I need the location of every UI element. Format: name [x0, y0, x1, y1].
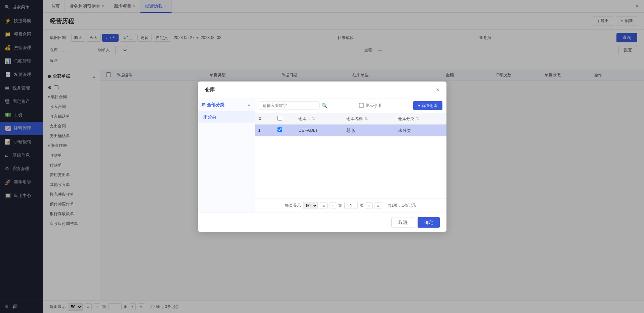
modal-body: ⊞ 全部分类 « 未分类 🔍 显示停用 + 新增仓库 [198, 98, 446, 212]
th-code-label: 仓库... [298, 116, 310, 121]
show-disabled-area: 显示停用 [359, 103, 381, 108]
row-code: DEFAULT [295, 124, 343, 136]
modal-search-area: 🔍 [259, 102, 327, 110]
modal-title: 仓库 [205, 86, 215, 93]
th-category-label: 仓库分类 [398, 116, 414, 121]
modal-header: 仓库 × [198, 81, 446, 98]
th-settings[interactable]: ⚙ [255, 113, 274, 124]
row-name: 总仓 [343, 124, 395, 136]
table-select-all[interactable] [277, 116, 282, 120]
th-checkbox [274, 113, 295, 124]
modal-left-header: ⊞ 全部分类 « [198, 98, 255, 111]
modal-pagination: 每页显示 50 « ‹ 第 页 › » 共1页，1条记录 [255, 198, 446, 212]
modal-search-icon: 🔍 [321, 103, 327, 108]
cancel-button[interactable]: 取消 [391, 217, 414, 228]
th-category[interactable]: 仓库分类 ⇅ [395, 113, 446, 124]
modal-left-all-category[interactable]: ⊞ 全部分类 [202, 102, 224, 108]
confirm-button[interactable]: 确定 [418, 217, 440, 228]
modal-footer: 取消 确定 [198, 212, 446, 232]
sort-name-icon: ⇅ [364, 116, 368, 121]
category-grid-icon: ⊞ [202, 102, 206, 107]
modal-close-button[interactable]: × [436, 86, 440, 93]
modal-prev-page-btn[interactable]: ‹ [330, 202, 336, 209]
modal-next-page-btn[interactable]: › [366, 202, 373, 209]
modal-per-page-label: 每页显示 [285, 203, 301, 208]
warehouse-table-body: 1 DEFAULT 总仓 未分类 [255, 124, 446, 136]
row-select-checkbox[interactable] [277, 127, 282, 132]
warehouse-modal: 仓库 × ⊞ 全部分类 « 未分类 🔍 [198, 81, 446, 232]
modal-first-page-btn[interactable]: « [320, 202, 328, 209]
modal-table-area: ⚙ 仓库... ⇅ 仓库名称 ⇅ [255, 113, 446, 198]
show-disabled-checkbox[interactable] [359, 103, 364, 108]
table-row[interactable]: 1 DEFAULT 总仓 未分类 [255, 124, 446, 136]
modal-left-panel: ⊞ 全部分类 « 未分类 [198, 98, 255, 212]
sort-category-icon: ⇅ [416, 116, 419, 121]
warehouse-table-head: ⚙ 仓库... ⇅ 仓库名称 ⇅ [255, 113, 446, 124]
modal-left-item-weifenlei[interactable]: 未分类 [198, 111, 255, 122]
row-checkbox [274, 124, 295, 136]
modal-right-panel: 🔍 显示停用 + 新增仓库 ⚙ [255, 98, 446, 212]
sort-code-icon: ⇅ [312, 116, 315, 121]
th-code[interactable]: 仓库... ⇅ [295, 113, 343, 124]
row-settings: 1 [255, 124, 274, 136]
modal-left-header-label: 全部分类 [207, 102, 224, 108]
modal-page-number-input[interactable] [344, 202, 358, 209]
warehouse-table: ⚙ 仓库... ⇅ 仓库名称 ⇅ [255, 113, 446, 136]
modal-page-end-label: 页 [360, 203, 364, 208]
table-settings-icon: ⚙ [258, 116, 262, 121]
modal-left-collapse-btn[interactable]: « [248, 102, 251, 107]
th-name[interactable]: 仓库名称 ⇅ [343, 113, 395, 124]
modal-per-page-select[interactable]: 50 [303, 202, 318, 209]
row-category: 未分类 [395, 124, 446, 136]
th-name-label: 仓库名称 [346, 116, 362, 121]
modal-toolbar: 🔍 显示停用 + 新增仓库 [255, 98, 446, 113]
modal-page-label: 第 [338, 203, 342, 208]
modal-total-info: 共1页，1条记录 [388, 203, 416, 208]
modal-last-page-btn[interactable]: » [375, 202, 382, 209]
show-disabled-label: 显示停用 [365, 103, 381, 108]
add-warehouse-button[interactable]: + 新增仓库 [413, 101, 442, 110]
modal-search-input[interactable] [259, 102, 319, 110]
